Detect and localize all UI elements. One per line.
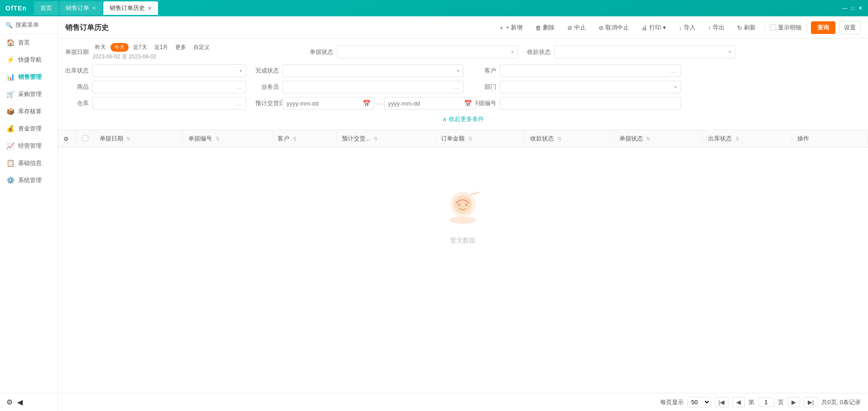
close-tab-sales-order[interactable]: ✕ (92, 5, 96, 11)
export-button[interactable]: ↑ 导出 (704, 21, 729, 34)
bill-status-dropdown-icon[interactable]: ▾ (511, 49, 514, 55)
page-number-input[interactable] (758, 397, 774, 407)
date-custom[interactable]: 自定义 (191, 43, 212, 52)
sidebar-item-home[interactable]: 🏠 首页 (0, 34, 58, 51)
delivery-start-input[interactable] (287, 100, 363, 107)
col-bill-status[interactable]: 单据状态 ⇅ (614, 130, 703, 148)
col-outbound[interactable]: 出库状态 ⇅ (703, 130, 792, 148)
collection-status-input[interactable] (558, 48, 727, 55)
complete-dropdown-icon[interactable]: ▾ (457, 68, 460, 74)
col-delivery[interactable]: 预计交货... ⇅ (336, 130, 435, 148)
warehouse-more-icon[interactable]: … (236, 100, 242, 107)
salesperson-input[interactable] (287, 84, 451, 91)
delivery-end-control[interactable]: 📅 (384, 97, 476, 110)
show-details-checkbox-label[interactable]: 显示明细 (770, 24, 801, 32)
query-button[interactable]: 查询 (811, 21, 835, 34)
collection-status-control[interactable]: ▾ (554, 46, 735, 58)
customer-more-icon[interactable]: … (671, 67, 677, 74)
delete-button[interactable]: 🗑 删除 (531, 21, 559, 34)
delivery-start-control[interactable]: 📅 (283, 97, 374, 110)
goods-control[interactable]: … (92, 81, 246, 93)
date-yesterday[interactable]: 昨天 (92, 43, 109, 52)
show-details-checkbox[interactable] (770, 24, 776, 31)
sort-customer-icon[interactable]: ⇅ (293, 136, 297, 141)
settings-button[interactable]: 设置 (839, 21, 861, 34)
sidebar-item-sales[interactable]: 📊 销售管理 (0, 68, 58, 86)
order-no-control[interactable] (500, 97, 681, 110)
date-7days[interactable]: 近7天 (130, 43, 150, 52)
home-icon: 🏠 (6, 39, 14, 47)
bill-status-input[interactable] (341, 48, 509, 55)
close-icon[interactable]: ✕ (858, 5, 863, 11)
collapse-button[interactable]: ∧ 收起更多条件 (442, 113, 484, 125)
date-more[interactable]: 更多 (173, 43, 189, 52)
warehouse-control[interactable]: … (92, 97, 246, 110)
sidebar-item-quick-nav[interactable]: ⚡ 快捷导航 (0, 51, 58, 68)
page-size-select[interactable]: 10 20 50 100 (687, 397, 711, 407)
sort-date-icon[interactable]: ⇅ (126, 136, 130, 141)
tab-sales-order-history[interactable]: 销售订单历史 ✕ (103, 1, 158, 15)
collection-dropdown-icon[interactable]: ▾ (729, 49, 731, 55)
department-input[interactable] (504, 84, 672, 91)
department-control[interactable]: ▾ (500, 81, 681, 93)
sort-collection-icon[interactable]: ⇅ (557, 136, 561, 141)
sidebar-search[interactable]: 🔍 搜索菜单 (0, 16, 58, 34)
outbound-control[interactable]: ▾ (92, 64, 246, 77)
prev-page-button[interactable]: ◀ (732, 397, 745, 407)
sort-delivery-icon[interactable]: ⇅ (374, 136, 378, 141)
tab-sales-order[interactable]: 销售订单 ✕ (59, 1, 102, 15)
tab-home[interactable]: 首页 (34, 1, 58, 15)
cancel-stop-button[interactable]: ⊘ 取消中止 (594, 21, 633, 34)
sidebar-item-basic[interactable]: 📋 基础信息 (0, 155, 58, 172)
goods-input[interactable] (96, 84, 234, 91)
col-no[interactable]: 单据编号 ⇅ (183, 130, 272, 148)
sidebar-item-inventory[interactable]: 📦 库存核算 (0, 103, 58, 120)
delivery-end-calendar-icon[interactable]: 📅 (464, 100, 472, 107)
collapse-sidebar-icon[interactable]: ◀ (17, 398, 23, 406)
salesperson-more-icon[interactable]: … (453, 83, 460, 91)
date-today[interactable]: 今天 (110, 43, 129, 52)
table-header-checkbox[interactable] (76, 130, 94, 148)
sidebar-item-finance[interactable]: 💰 资金管理 (0, 120, 58, 137)
department-dropdown-icon[interactable]: ▾ (674, 84, 677, 90)
delivery-start-calendar-icon[interactable]: 📅 (363, 100, 370, 107)
order-no-input[interactable] (504, 100, 677, 107)
col-collection[interactable]: 收款状态 ⇅ (524, 130, 614, 148)
refresh-button[interactable]: ↻ 刷新 (733, 21, 760, 34)
next-page-button[interactable]: ▶ (787, 397, 800, 407)
customer-input[interactable] (504, 68, 669, 74)
sort-amount-icon[interactable]: ⇅ (468, 136, 472, 141)
delivery-end-input[interactable] (388, 100, 464, 107)
main-content: 销售订单历史 + + 新增 🗑 删除 ⊘ 中止 ⊘ 取消中止 (58, 16, 868, 411)
last-page-button[interactable]: ▶| (804, 397, 818, 407)
sort-outbound-icon[interactable]: ⇅ (735, 136, 739, 141)
import-button[interactable]: ↓ 导入 (674, 21, 700, 34)
col-customer[interactable]: 客户 ⇅ (272, 130, 336, 148)
warehouse-input[interactable] (96, 100, 234, 107)
customer-control[interactable]: … (500, 64, 681, 77)
bill-status-control[interactable]: ▾ (337, 46, 518, 58)
col-date[interactable]: 单据日期 ⇅ (94, 130, 183, 148)
outbound-dropdown-icon[interactable]: ▾ (240, 68, 242, 74)
print-button[interactable]: 🖨 打印 ▾ (637, 21, 671, 34)
sort-no-icon[interactable]: ⇅ (216, 136, 220, 141)
col-amount[interactable]: 订单金额 ⇅ (436, 130, 525, 148)
sidebar-item-purchase[interactable]: 🛒 采购管理 (0, 86, 58, 103)
stop-button[interactable]: ⊘ 中止 (563, 21, 590, 34)
maximize-icon[interactable]: □ (851, 5, 854, 11)
sort-bill-status-icon[interactable]: ⇅ (646, 136, 650, 141)
date-1month[interactable]: 近1月 (152, 43, 171, 52)
goods-more-icon[interactable]: … (236, 83, 242, 91)
salesperson-control[interactable]: … (283, 81, 464, 93)
table-header-settings[interactable]: ⚙ (58, 130, 76, 148)
close-tab-sales-order-history[interactable]: ✕ (148, 5, 152, 11)
complete-input[interactable] (287, 68, 455, 74)
sidebar-item-system[interactable]: ⚙️ 系统管理 (0, 172, 58, 189)
settings-bottom-icon[interactable]: ⚙ (6, 398, 13, 406)
complete-control[interactable]: ▾ (283, 64, 464, 77)
new-button[interactable]: + + 新增 (495, 21, 528, 34)
outbound-input[interactable] (96, 68, 238, 74)
sidebar-item-operation[interactable]: 📈 经营管理 (0, 137, 58, 155)
first-page-button[interactable]: |◀ (715, 397, 729, 407)
minimize-icon[interactable]: — (842, 5, 848, 11)
